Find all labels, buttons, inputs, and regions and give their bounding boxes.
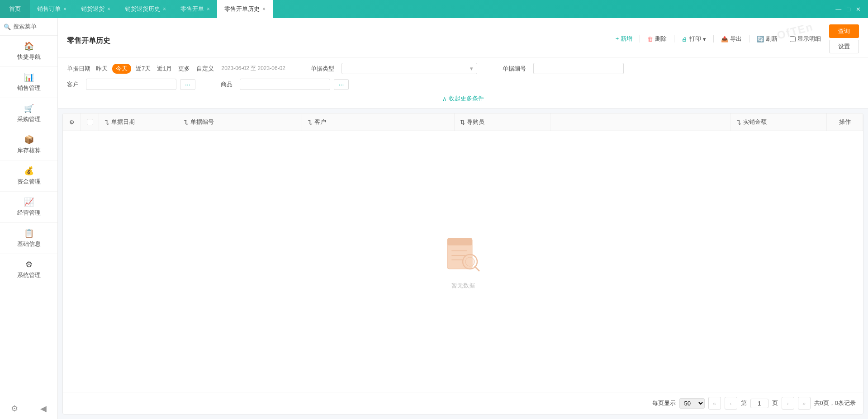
minimize-button[interactable]: — <box>835 6 841 13</box>
th-order[interactable]: ⇅ 单据编号 <box>178 113 302 131</box>
page-input[interactable] <box>750 399 768 408</box>
display-toggle[interactable]: 显示明细 <box>790 35 821 43</box>
close-button[interactable]: ✕ <box>856 6 861 13</box>
doc-number-input[interactable] <box>533 63 624 74</box>
th-customer-text: 客户 <box>314 118 326 126</box>
date-field: 单据日期 昨天 今天 近7天 近1月 更多 自定义 2023-06-02 至 2… <box>67 64 285 74</box>
delete-icon: 🗑 <box>647 36 653 42</box>
sidebar-item-basic-info[interactable]: 📋 基础信息 <box>0 223 57 254</box>
next-page-button[interactable]: › <box>782 397 794 410</box>
top-nav: 首页 销售订单 × 销货退货 × 销货退货历史 × 零售开单 × 零售开单历史 … <box>0 0 868 18</box>
sidebar-item-inventory[interactable]: 📦 库存核算 <box>0 129 57 160</box>
goods-ellipsis[interactable]: ··· <box>334 79 349 90</box>
export-button[interactable]: 📤 导出 <box>718 33 745 45</box>
goods-input[interactable] <box>240 79 330 90</box>
settings-button[interactable]: 设置 <box>829 40 859 53</box>
search-icon: 🔍 <box>4 24 11 30</box>
delete-button[interactable]: 🗑 删除 <box>645 33 669 45</box>
date-1month[interactable]: 近1月 <box>155 64 174 74</box>
inventory-icon: 📦 <box>24 135 34 145</box>
search-inner[interactable]: 🔍 搜索菜单 <box>4 23 54 31</box>
export-label: 导出 <box>730 35 742 43</box>
sidebar-collapse-icon[interactable]: ◀ <box>40 404 47 414</box>
page-title: 零售开单历史 <box>67 36 110 46</box>
sidebar-item-purchase-mgmt[interactable]: 🛒 采购管理 <box>0 98 57 129</box>
tab-sales-order[interactable]: 销售订单 × <box>30 0 74 18</box>
tab-home-label: 首页 <box>9 5 21 13</box>
table-area: ⚙ ⇅ 单据日期 ⇅ 单据编号 ⇅ 客户 ⇅ <box>62 113 863 414</box>
sidebar-item-quick-nav[interactable]: 🏠 快捷导航 <box>0 36 57 67</box>
content-area: 零售开单历史 + 新增 🗑 删除 🖨 打印 ▾ 📤 <box>58 18 868 419</box>
th-customer[interactable]: ⇅ 客户 <box>302 113 455 131</box>
query-button[interactable]: 查询 <box>829 24 859 38</box>
sidebar-item-operations[interactable]: 📈 经营管理 <box>0 192 57 223</box>
th-date[interactable]: ⇅ 单据日期 <box>99 113 178 131</box>
doc-type-field: 单据类型 ▾ <box>311 63 477 74</box>
th-settings[interactable]: ⚙ <box>63 113 81 131</box>
divider-5 <box>785 35 785 42</box>
tab-sales-return-history[interactable]: 销货退货历史 × <box>118 0 173 18</box>
page-header: 零售开单历史 + 新增 🗑 删除 🖨 打印 ▾ 📤 <box>58 18 868 57</box>
select-all-checkbox[interactable] <box>87 119 93 125</box>
window-controls: — □ ✕ <box>828 6 868 13</box>
th-action-text: 操作 <box>839 118 851 126</box>
customer-input[interactable] <box>86 79 176 90</box>
th-guide[interactable]: ⇅ 导购员 <box>455 113 550 131</box>
date-yesterday[interactable]: 昨天 <box>94 64 109 74</box>
th-guide-sort: ⇅ <box>460 119 465 126</box>
tab-sales-return-close[interactable]: × <box>107 6 110 12</box>
sidebar-item-finance[interactable]: 💰 资金管理 <box>0 160 57 192</box>
sidebar-search[interactable]: 🔍 搜索菜单 <box>0 18 57 36</box>
divider-2 <box>674 35 674 42</box>
tab-retail-open[interactable]: 零售开单 × <box>173 0 217 18</box>
date-today[interactable]: 今天 <box>112 64 131 74</box>
tab-sales-order-label: 销售订单 <box>37 5 61 13</box>
display-checkbox[interactable] <box>790 36 796 42</box>
print-icon: 🖨 <box>682 36 688 42</box>
svg-line-7 <box>475 267 479 271</box>
tab-home[interactable]: 首页 <box>0 0 30 18</box>
column-settings-icon[interactable]: ⚙ <box>69 119 75 126</box>
collapse-button[interactable]: ∧ 收起更多条件 <box>67 94 859 103</box>
th-customer-sort: ⇅ <box>308 119 313 126</box>
system-icon: ⚙ <box>25 259 33 269</box>
page-actions: + 新增 🗑 删除 🖨 打印 ▾ 📤 导出 <box>613 24 859 57</box>
sidebar-item-basic-info-label: 基础信息 <box>17 240 41 248</box>
doc-type-select[interactable]: ▾ <box>342 63 477 74</box>
prev-page-button[interactable]: ‹ <box>725 397 737 410</box>
date-7days[interactable]: 近7天 <box>134 64 152 74</box>
print-button[interactable]: 🖨 打印 ▾ <box>679 33 709 45</box>
maximize-button[interactable]: □ <box>847 6 850 13</box>
page-size-select[interactable]: 50 100 200 <box>679 398 705 409</box>
first-page-button[interactable]: « <box>708 397 721 410</box>
add-button[interactable]: + 新增 <box>613 33 635 45</box>
tab-retail-open-history[interactable]: 零售开单历史 × <box>217 0 273 18</box>
sales-icon: 📊 <box>24 72 34 82</box>
basic-info-icon: 📋 <box>24 228 34 238</box>
display-label: 显示明细 <box>797 35 821 43</box>
sidebar-item-sales-mgmt[interactable]: 📊 销售管理 <box>0 67 57 98</box>
sidebar-item-inventory-label: 库存核算 <box>17 146 41 155</box>
customer-ellipsis[interactable]: ··· <box>180 79 195 90</box>
th-guide-text: 导购员 <box>467 118 484 126</box>
page-suffix: 页 <box>772 399 778 407</box>
tab-sales-order-close[interactable]: × <box>63 6 66 12</box>
refresh-button[interactable]: 🔄 刷新 <box>754 33 780 45</box>
tab-retail-open-history-close[interactable]: × <box>262 6 266 12</box>
sidebar-item-system[interactable]: ⚙ 系统管理 <box>0 254 57 285</box>
th-date-label: ⇅ <box>104 119 109 126</box>
collapse-arrow-icon: ∧ <box>442 95 447 102</box>
page-size-label: 每页显示 <box>652 399 676 407</box>
th-amount[interactable]: ⇅ 实销金额 <box>731 113 827 131</box>
refresh-icon: 🔄 <box>757 36 764 42</box>
th-checkbox[interactable] <box>81 113 99 131</box>
date-custom[interactable]: 自定义 <box>194 64 216 74</box>
tab-sales-return[interactable]: 销货退货 × <box>74 0 118 18</box>
tab-retail-open-close[interactable]: × <box>207 6 210 12</box>
date-more[interactable]: 更多 <box>176 64 192 74</box>
tab-sales-return-history-close[interactable]: × <box>163 6 166 12</box>
sidebar-item-operations-label: 经营管理 <box>17 209 41 217</box>
print-label: 打印 <box>689 35 701 43</box>
sidebar-settings-icon[interactable]: ⚙ <box>11 404 18 414</box>
last-page-button[interactable]: » <box>798 397 811 410</box>
